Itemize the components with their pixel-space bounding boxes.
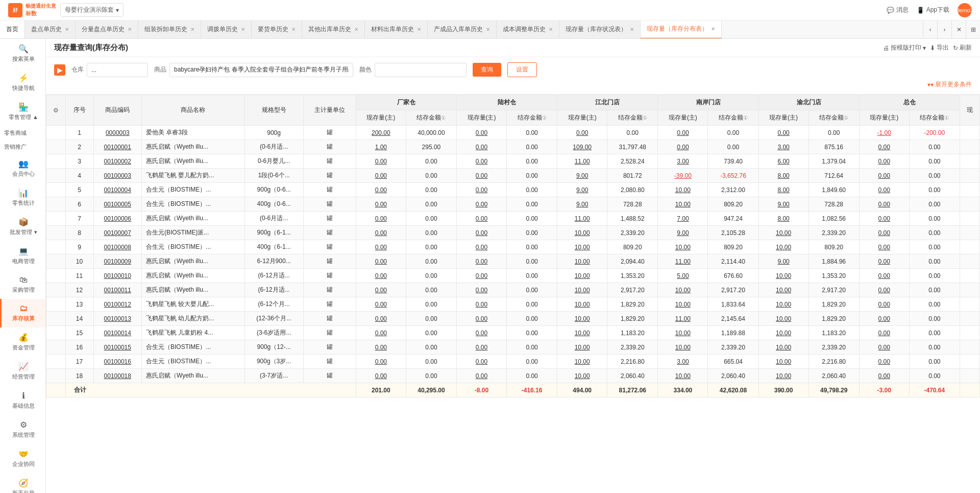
tab-fenliang[interactable]: 分量盘点单历史 ✕ (76, 20, 138, 39)
close-icon[interactable]: ✕ (291, 27, 296, 32)
expand-btn[interactable]: ▾▾ 展开更多条件 (927, 80, 972, 89)
close-icon[interactable]: ✕ (190, 27, 194, 32)
td-code: 00100015 (93, 340, 141, 355)
td-zc-qty: 0.00 (859, 355, 909, 369)
th-changjiacao: 厂家仓 (356, 95, 456, 110)
message-btn[interactable]: 💬 消息 (887, 6, 909, 14)
sidebar-item-collab[interactable]: 🤝 企业协同 (0, 444, 45, 473)
sidebar-item-operations[interactable]: 📈 经营管理 (0, 357, 45, 386)
info-icon[interactable]: ① (643, 115, 647, 121)
th-no: 序号 (65, 95, 93, 126)
setting-button[interactable]: 设置 (507, 62, 537, 77)
sidebar-item-retail-stat[interactable]: 📊 零售统计 (0, 183, 45, 212)
tab-next-btn[interactable]: › (937, 20, 951, 39)
tab-xiancun-dist[interactable]: 现存量（库存分布表）✕ (641, 20, 722, 39)
td-code: 00100009 (93, 254, 141, 269)
export-btn[interactable]: ⬇ 导出 (930, 43, 949, 52)
td-zc-qty: 0.00 (859, 312, 909, 326)
avatar[interactable]: demo2 (958, 3, 972, 17)
th-nanan: 南岸门店 (658, 95, 758, 110)
close-icon[interactable]: ✕ (128, 27, 132, 32)
sidebar-item-marketing[interactable]: 营销推广 (0, 140, 45, 154)
td-no: 3 (65, 154, 93, 169)
td-no: 12 (65, 283, 93, 297)
filter-toggle-btn[interactable]: ▶ (54, 64, 65, 76)
sidebar-item-members[interactable]: 👥 会员中心 (0, 154, 45, 183)
sidebar-item-basic-info[interactable]: ℹ 基础信息 (0, 386, 45, 415)
sidebar-item-retail-mgmt[interactable]: 🏪 零售管理 ▲ (0, 97, 45, 126)
td-yb-qty: 10.00 (758, 369, 808, 383)
print-btn[interactable]: 🖨 按模版打印 ▾ (883, 43, 926, 52)
th-settings[interactable]: ⚙ (46, 95, 66, 126)
sidebar-item-search[interactable]: 🔍 搜索英单 (0, 39, 45, 68)
inventory-icon: 🗂 (19, 304, 28, 313)
sidebar-item-nav[interactable]: ⚡ 快捷导航 (0, 68, 45, 97)
td-code: 00100001 (93, 140, 141, 154)
table-row: 10 00100009 惠氏启赋（Wyeth illu... 6-12月900.… (46, 254, 980, 269)
td-zc-amt: 0.00 (909, 283, 960, 297)
sidebar-item-system[interactable]: ⚙ 系统管理 (0, 415, 45, 444)
td-na-amt: -3,652.76 (708, 169, 758, 183)
refresh-btn[interactable]: ↻ 刷新 (953, 43, 972, 52)
td-jb-qty: 10.00 (557, 340, 607, 355)
sidebar-item-guide[interactable]: 🧭 新手引导 (0, 473, 45, 493)
sidebar-item-ecommerce[interactable]: 💻 电商管理 (0, 241, 45, 270)
td-zc-amt: 0.00 (909, 154, 960, 169)
settings-icon[interactable]: ⚙ (53, 107, 59, 114)
close-icon[interactable]: ✕ (486, 27, 490, 32)
info-icon[interactable]: ① (944, 115, 949, 121)
info-icon[interactable]: ① (844, 115, 848, 121)
goods-input[interactable] (169, 63, 353, 77)
td-yb-qty: 8.00 (758, 212, 808, 226)
close-icon[interactable]: ✕ (241, 27, 245, 32)
app-download-btn[interactable]: 📱 App下载 (917, 6, 949, 14)
td-total-zc-amt: -470.64 (909, 383, 960, 397)
tab-qita[interactable]: 其他出库单历史 ✕ (302, 20, 365, 39)
sidebar-item-wholesale[interactable]: 📦 批发管理 ▾ (0, 212, 45, 241)
td-total-yb-qty: 390.00 (758, 383, 808, 397)
td-yb-qty: 10.00 (758, 283, 808, 297)
color-input[interactable] (375, 63, 467, 77)
tab-pandian[interactable]: 盘点单历史 ✕ (25, 20, 76, 39)
td-yb-qty: 10.00 (758, 326, 808, 340)
close-icon[interactable]: ✕ (630, 27, 634, 32)
sidebar-item-purchase[interactable]: 🛍 采购管理 (0, 270, 45, 299)
info-icon[interactable]: ① (542, 115, 547, 121)
tab-expand-btn[interactable]: ⊞ (966, 20, 980, 39)
tab-zuhe[interactable]: 组装拆卸单历史 ✕ (138, 20, 201, 39)
td-check (46, 297, 66, 312)
tab-chengben[interactable]: 成本调整单历史 ✕ (497, 20, 559, 39)
close-icon[interactable]: ✕ (65, 27, 69, 32)
info-icon[interactable]: ① (743, 115, 748, 121)
sidebar-item-finance[interactable]: 💰 资金管理 (0, 327, 45, 357)
td-cj-qty: 0.00 (356, 283, 406, 297)
tab-home[interactable]: 首页 (0, 20, 25, 39)
td-spec: 900g（12-... (244, 340, 303, 355)
tab-diaob[interactable]: 调拨单历史 ✕ (201, 20, 252, 39)
table-container[interactable]: ⚙ 序号 商品编码 商品名称 规格型号 主计量单位 厂家仓 陆村仓 江北门店 南… (46, 95, 980, 493)
tab-yaohuo[interactable]: 要货单历史 ✕ (252, 20, 302, 39)
close-icon[interactable]: ✕ (549, 27, 553, 32)
td-check (46, 355, 66, 369)
tab-chancheng[interactable]: 产成品入库单历史 ✕ (428, 20, 497, 39)
td-na-qty: 0.00 (658, 140, 708, 154)
td-check (46, 126, 66, 140)
tab-prev-btn[interactable]: ‹ (923, 20, 937, 39)
td-cj-amt: 0.00 (406, 326, 456, 340)
info-icon[interactable]: ① (441, 115, 446, 121)
td-code: 00100014 (93, 326, 141, 340)
td-code: 00100008 (93, 240, 141, 254)
page-header: 现存量查询(库存分布) 🖨 按模版打印 ▾ ⬇ 导出 ↻ 刷新 (46, 39, 980, 57)
tab-cailiao[interactable]: 材料出库单历史 ✕ (365, 20, 428, 39)
industry-selector[interactable]: 母婴行业演示陈套 ▾ (60, 3, 124, 17)
sidebar-item-inventory[interactable]: 🗂 库存核算 (0, 299, 45, 327)
close-icon[interactable]: ✕ (417, 27, 421, 32)
sidebar-item-retail-mall[interactable]: 零售商城 (0, 126, 45, 140)
tab-close-all-btn[interactable]: ✕ (951, 20, 966, 39)
close-icon[interactable]: ✕ (354, 27, 358, 32)
search-button[interactable]: 查询 (473, 63, 501, 77)
tab-xiancun-status[interactable]: 现存量（库存状况表）✕ (559, 20, 641, 39)
td-zc-qty: 0.00 (859, 212, 909, 226)
warehouse-input[interactable] (87, 63, 148, 77)
close-icon[interactable]: ✕ (711, 26, 715, 32)
